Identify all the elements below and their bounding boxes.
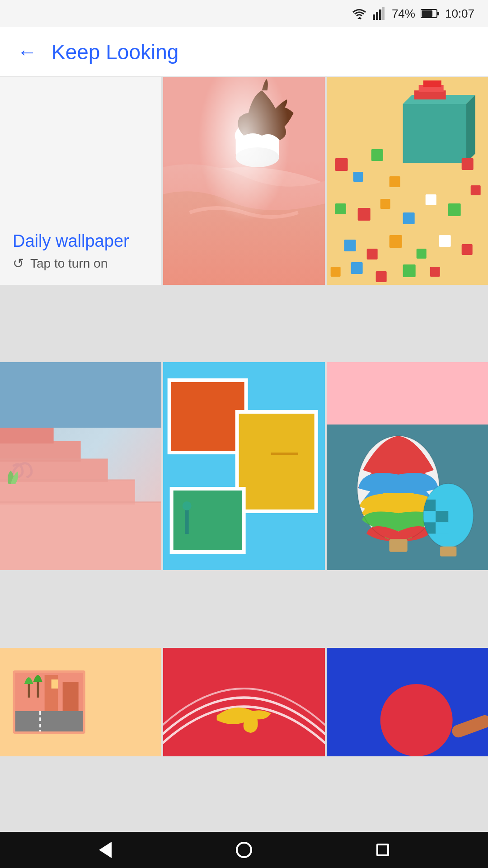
daily-wallpaper-subtitle-text: Tap to turn on (30, 256, 108, 271)
balloons-art (327, 425, 488, 570)
refresh-icon: ↺ (13, 255, 24, 271)
daily-wallpaper-cell[interactable]: Daily wallpaper ↺ Tap to turn on (0, 77, 161, 285)
svg-rect-6 (422, 10, 432, 17)
ping-pong-art (327, 648, 488, 756)
coffee-spill-cell[interactable] (163, 77, 324, 285)
svg-rect-54 (169, 380, 246, 453)
back-nav-icon (99, 842, 112, 858)
svg-rect-22 (371, 149, 383, 161)
svg-rect-42 (430, 267, 440, 277)
city-scene-cell[interactable] (0, 648, 161, 756)
back-button[interactable]: ← (14, 38, 41, 66)
colorful-frames-cell[interactable] (163, 362, 324, 570)
svg-marker-16 (466, 95, 475, 163)
page-title: Keep Looking (52, 40, 178, 64)
svg-rect-0 (373, 14, 375, 20)
svg-rect-24 (461, 158, 473, 170)
svg-rect-19 (423, 80, 441, 87)
svg-rect-81 (15, 711, 83, 731)
svg-rect-59 (185, 507, 189, 534)
svg-rect-23 (389, 176, 400, 187)
svg-point-12 (236, 147, 279, 167)
svg-rect-87 (63, 682, 79, 711)
bottom-navigation (0, 832, 488, 868)
svg-point-90 (380, 684, 452, 756)
svg-rect-52 (0, 362, 161, 428)
svg-rect-25 (335, 203, 346, 214)
svg-rect-35 (416, 249, 426, 259)
battery-percentage: 74% (392, 7, 415, 21)
svg-point-8 (163, 167, 324, 276)
svg-rect-48 (0, 425, 54, 443)
svg-rect-77 (440, 547, 456, 557)
svg-rect-71 (423, 511, 436, 523)
svg-rect-72 (436, 511, 448, 523)
pink-stairs-cell[interactable] (0, 362, 161, 570)
svg-rect-3 (382, 7, 385, 20)
daily-wallpaper-subtitle[interactable]: ↺ Tap to turn on (13, 255, 149, 271)
nav-home-button[interactable] (228, 834, 260, 866)
svg-rect-84 (37, 682, 39, 698)
svg-rect-51 (0, 458, 108, 460)
coffee-spill-art (163, 77, 324, 285)
svg-rect-58 (271, 453, 298, 455)
svg-rect-27 (380, 199, 390, 209)
svg-rect-32 (344, 240, 356, 251)
svg-rect-20 (335, 158, 347, 171)
svg-rect-56 (172, 489, 244, 552)
svg-rect-37 (461, 244, 472, 255)
svg-rect-55 (237, 412, 316, 511)
signal-icon (373, 7, 386, 20)
svg-rect-88 (163, 648, 324, 756)
svg-rect-36 (439, 235, 450, 247)
svg-rect-38 (330, 267, 340, 277)
status-bar: 74% 10:07 (0, 0, 488, 27)
running-track-cell[interactable] (163, 648, 324, 756)
svg-rect-83 (28, 684, 30, 698)
status-icons: 74% 10:07 (351, 7, 474, 21)
svg-rect-26 (357, 208, 370, 221)
svg-rect-40 (375, 271, 386, 282)
daily-wallpaper-title: Daily wallpaper (13, 231, 149, 251)
svg-rect-34 (389, 235, 402, 248)
svg-rect-5 (437, 12, 439, 15)
svg-rect-39 (351, 262, 362, 274)
colorful-frames-art (163, 362, 324, 570)
svg-rect-86 (52, 679, 58, 689)
svg-rect-7 (163, 77, 324, 285)
colorful-blocks-art (327, 77, 488, 285)
svg-point-9 (163, 190, 321, 280)
svg-rect-65 (389, 539, 407, 552)
svg-rect-21 (353, 172, 363, 182)
svg-rect-44 (0, 502, 161, 570)
wifi-icon (351, 7, 367, 20)
running-track-art (163, 648, 324, 756)
svg-rect-31 (470, 185, 480, 195)
svg-rect-11 (236, 131, 279, 158)
svg-rect-49 (0, 501, 161, 503)
nav-back-button[interactable] (89, 834, 121, 866)
svg-rect-30 (448, 203, 460, 216)
svg-rect-29 (425, 194, 436, 205)
svg-rect-74 (436, 523, 448, 534)
hot-air-balloons-cell[interactable] (327, 362, 488, 570)
svg-rect-45 (0, 480, 135, 505)
app-bar: ← Keep Looking (0, 27, 488, 77)
back-arrow-icon: ← (17, 42, 37, 62)
pink-stairs-art (0, 362, 161, 570)
colorful-blocks-cell[interactable] (327, 77, 488, 285)
svg-rect-1 (376, 12, 378, 20)
nav-recents-button[interactable] (367, 834, 399, 866)
svg-point-60 (183, 501, 192, 510)
recents-nav-icon (376, 844, 389, 856)
home-nav-icon (236, 842, 252, 858)
svg-rect-33 (366, 249, 377, 259)
city-scene-art (0, 648, 161, 756)
battery-icon (421, 9, 440, 19)
svg-rect-2 (379, 9, 381, 20)
wallpaper-grid: Daily wallpaper ↺ Tap to turn on (0, 77, 488, 832)
svg-rect-50 (0, 479, 135, 481)
svg-point-10 (235, 122, 280, 149)
ping-pong-cell[interactable] (327, 648, 488, 756)
svg-rect-28 (403, 212, 414, 224)
